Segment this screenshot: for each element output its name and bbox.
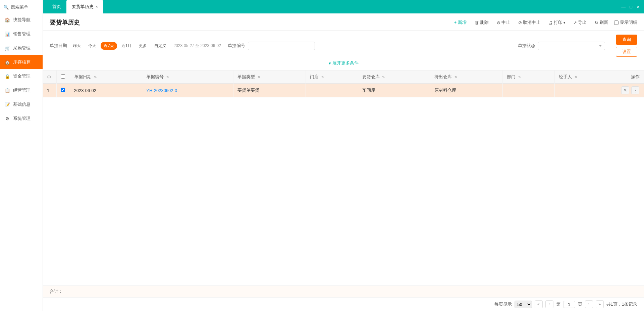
row-operation-cell: ✎ ⋮ <box>617 84 644 97</box>
new-button[interactable]: + 新增 <box>452 18 469 27</box>
lock-icon: 🔒 <box>4 74 10 79</box>
page-size-label: 每页显示 <box>494 301 512 307</box>
doc-status-filter-group: 单据状态 <box>518 42 605 50</box>
row-doc-number: YH-20230602-0 <box>142 84 233 97</box>
sidebar-item-purchase[interactable]: 🛒 采购管理 <box>0 41 43 55</box>
row-edit-button[interactable]: ✎ <box>621 86 629 94</box>
col-req-warehouse-sort[interactable]: ⇅ <box>382 75 385 79</box>
main-area: 首页 要货单历史 × — □ ✕ 要货单历史 + 新增 🗑 删除 <box>43 0 644 311</box>
export-button[interactable]: ↗ 导出 <box>571 18 589 27</box>
topbar-minimize-icon[interactable]: — <box>621 4 626 9</box>
col-handler: 经手人 ⇅ <box>555 71 617 84</box>
doc-number-filter-group: 单据编号 <box>228 42 315 50</box>
tab-home[interactable]: 首页 <box>47 0 66 13</box>
date-btn-today[interactable]: 今天 <box>85 42 99 50</box>
settings-icon[interactable]: ⚙ <box>47 74 51 80</box>
cancel-stop-button[interactable]: ⊘ 取消中止 <box>516 18 542 27</box>
col-doc-type-label: 单据类型 <box>237 74 255 79</box>
col-doc-date: 单据日期 ⇅ <box>70 71 142 84</box>
page-size-select[interactable]: 50 10 20 100 <box>515 301 532 308</box>
sidebar-item-inventory[interactable]: 🏠 库存核算 <box>0 55 43 69</box>
sidebar-item-system[interactable]: ⚙ 系统管理 <box>0 112 43 126</box>
col-department-sort[interactable]: ⇅ <box>518 75 521 79</box>
show-detail-checkbox[interactable] <box>614 20 619 25</box>
sidebar-item-basic[interactable]: 📝 基础信息 <box>0 97 43 112</box>
data-table: ⚙ 单据日期 ⇅ 单据编号 ⇅ <box>43 71 644 97</box>
row-doc-type: 要货单要货 <box>233 84 306 97</box>
doc-number-input[interactable] <box>248 42 315 50</box>
page-number-input[interactable] <box>563 301 575 308</box>
topbar-right: — □ ✕ <box>621 4 640 9</box>
export-icon: ↗ <box>573 20 577 25</box>
col-department-label: 部门 <box>507 74 516 79</box>
close-tab-icon[interactable]: × <box>96 5 98 9</box>
refresh-button[interactable]: ↻ 刷新 <box>593 18 610 27</box>
delete-button[interactable]: 🗑 删除 <box>473 18 491 27</box>
delete-icon: 🗑 <box>475 20 479 25</box>
prev-page-button[interactable]: ‹ <box>545 300 553 308</box>
col-pending-warehouse-label: 待出仓库 <box>434 74 452 79</box>
doc-number-link[interactable]: YH-20230602-0 <box>146 88 177 93</box>
col-handler-sort[interactable]: ⇅ <box>575 75 577 79</box>
topbar: 首页 要货单历史 × — □ ✕ <box>43 0 644 13</box>
col-doc-date-sort[interactable]: ⇅ <box>94 75 97 79</box>
first-page-button[interactable]: « <box>535 300 543 308</box>
print-dropdown-icon: ▾ <box>564 21 565 25</box>
row-checkbox-cell <box>56 84 70 97</box>
page-prefix: 第 <box>556 301 560 307</box>
sidebar-item-sales[interactable]: 📊 销售管理 <box>0 27 43 41</box>
table-row: 1 2023-06-02 YH-20230602-0 要货单要货 车间库 原材料… <box>43 84 644 97</box>
date-btn-custom[interactable]: 自定义 <box>151 42 169 50</box>
col-doc-number-sort[interactable]: ⇅ <box>166 75 169 79</box>
content: 要货单历史 + 新增 🗑 删除 ⊘ 中止 ⊘ 取消中止 🖨 <box>43 13 644 311</box>
sidebar-item-operation[interactable]: 📋 经营管理 <box>0 83 43 97</box>
row-checkbox[interactable] <box>61 88 65 92</box>
row-more-button[interactable]: ⋮ <box>631 86 639 94</box>
row-department <box>503 84 555 97</box>
col-doc-number-label: 单据编号 <box>146 74 164 79</box>
date-btn-7days[interactable]: 近7天 <box>101 42 117 50</box>
col-doc-type-sort[interactable]: ⇅ <box>258 75 260 79</box>
date-filter-buttons: 昨天 今天 近7天 近1月 更多 自定义 <box>70 42 169 50</box>
col-department: 部门 ⇅ <box>503 71 555 84</box>
date-btn-more[interactable]: 更多 <box>136 42 150 50</box>
date-filter-label: 单据日期 <box>50 43 67 49</box>
show-detail-toggle[interactable]: 显示明细 <box>614 19 637 26</box>
sidebar-item-finance[interactable]: 🔒 资金管理 <box>0 69 43 83</box>
select-all-checkbox[interactable] <box>61 74 65 79</box>
expand-more-btn[interactable]: ▾ 展开更多条件 <box>329 60 359 66</box>
col-store-sort[interactable]: ⇅ <box>321 75 324 79</box>
col-pending-warehouse-sort[interactable]: ⇅ <box>454 75 457 79</box>
last-page-button[interactable]: » <box>596 300 604 308</box>
system-icon: ⚙ <box>4 116 10 121</box>
doc-status-select[interactable] <box>538 42 605 50</box>
topbar-maximize-icon[interactable]: □ <box>630 4 632 9</box>
inventory-icon: 🏠 <box>4 60 10 65</box>
date-btn-1month[interactable]: 近1月 <box>118 42 135 50</box>
tab-history[interactable]: 要货单历史 × <box>66 0 103 13</box>
date-btn-yesterday[interactable]: 昨天 <box>70 42 84 50</box>
pagination: 每页显示 50 10 20 100 « ‹ 第 页 › » 共1页，1条记录 <box>43 297 644 311</box>
chart-icon: 📊 <box>4 32 10 37</box>
date-range-text: 2023-05-27 至 2023-06-02 <box>173 43 221 49</box>
page-title: 要货单历史 <box>50 18 80 27</box>
table-wrapper: ⚙ 单据日期 ⇅ 单据编号 ⇅ <box>43 71 644 285</box>
stop-button[interactable]: ⊘ 中止 <box>495 18 512 27</box>
row-store <box>306 84 358 97</box>
print-icon: 🖨 <box>548 20 553 25</box>
set-button[interactable]: 设置 <box>616 47 637 57</box>
basic-icon: 📝 <box>4 102 10 107</box>
topbar-close-icon[interactable]: ✕ <box>636 4 640 9</box>
print-button[interactable]: 🖨 打印 ▾ <box>546 18 567 27</box>
page-suffix: 页 <box>578 301 582 307</box>
sidebar-search[interactable]: 🔍 搜索菜单 <box>0 0 43 13</box>
toolbar: + 新增 🗑 删除 ⊘ 中止 ⊘ 取消中止 🖨 打印 ▾ <box>452 18 637 27</box>
sidebar-item-shortcut[interactable]: 🏠 快捷导航 <box>0 13 43 27</box>
cancel-stop-icon: ⊘ <box>518 20 522 25</box>
row-pending-warehouse: 原材料仓库 <box>430 84 503 97</box>
total-info: 共1页，1条记录 <box>606 301 637 307</box>
next-page-button[interactable]: › <box>585 300 593 308</box>
sidebar: 🔍 搜索菜单 🏠 快捷导航 📊 销售管理 🛒 采购管理 🏠 库存核算 🔒 资金管… <box>0 0 43 311</box>
col-operation: 操作 <box>617 71 644 84</box>
query-button[interactable]: 查询 <box>616 35 637 45</box>
